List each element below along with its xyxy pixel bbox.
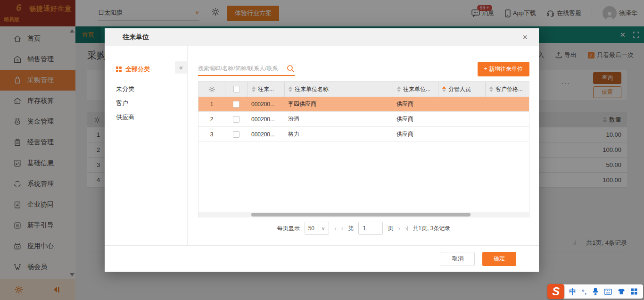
microphone-icon[interactable] xyxy=(593,288,598,295)
partner-owner xyxy=(438,112,485,126)
page-suffix-label: 页 xyxy=(388,225,393,233)
scrollbar-thumb[interactable] xyxy=(251,213,471,217)
row-index: 2 xyxy=(198,112,225,126)
column-header-code[interactable]: 往来... xyxy=(248,82,284,97)
page-size-value: 50 xyxy=(308,225,314,232)
partner-price xyxy=(485,97,529,111)
modal-header: 往来单位 × xyxy=(105,28,539,46)
prev-page-icon[interactable]: ‹ xyxy=(341,225,344,232)
sort-icon-ascending[interactable] xyxy=(442,86,446,92)
page-number-input[interactable] xyxy=(358,222,383,235)
partner-price xyxy=(485,127,529,142)
app-window: 6 畅捷通好生意 精易版 日太阳膜 ∨ 体验行业方案 消息 99 + xyxy=(0,0,644,300)
category-item-customer[interactable]: 客户 xyxy=(116,96,187,110)
partner-type: 供应商 xyxy=(393,97,438,111)
partner-name: 汾酒 xyxy=(284,112,393,126)
skin-shirt-icon[interactable] xyxy=(618,288,625,295)
all-categories-label: 全部分类 xyxy=(125,65,150,74)
partner-name: 格力 xyxy=(284,127,393,142)
partner-row[interactable]: 2 000200... 汾酒 供应商 xyxy=(198,112,529,127)
category-item-uncategorized[interactable]: 未分类 xyxy=(116,82,187,96)
partner-type: 供应商 xyxy=(393,112,438,126)
search-box xyxy=(198,62,295,76)
ime-toolbar-pill: 中 °, xyxy=(561,284,643,299)
partner-code: 000200... xyxy=(248,112,284,126)
select-all-checkbox[interactable] xyxy=(233,86,240,92)
row-index: 1 xyxy=(198,97,225,111)
column-header-price[interactable]: 客户价格... xyxy=(485,82,529,97)
modal-body: 全部分类 « 未分类 客户 供应商 + 新增往来单 xyxy=(105,46,539,245)
partner-row[interactable]: 3 000200... 格力 供应商 xyxy=(198,127,529,142)
category-panel: 全部分类 « 未分类 客户 供应商 xyxy=(105,46,188,245)
per-page-label: 每页显示 xyxy=(277,225,300,233)
partner-owner xyxy=(438,127,485,142)
modal-main: + 新增往来单位 往来... xyxy=(188,46,539,245)
sort-icon[interactable] xyxy=(397,86,401,92)
add-partner-button[interactable]: + 新增往来单位 xyxy=(478,62,529,76)
table-empty-space xyxy=(198,142,529,212)
ime-punctuation-button[interactable]: °, xyxy=(582,288,587,295)
partner-name: 李四供应商 xyxy=(284,97,393,111)
ime-toolbar: S 中 °, xyxy=(547,284,643,299)
modal-title: 往来单位 xyxy=(123,33,149,42)
search-row: + 新增往来单位 xyxy=(198,61,529,76)
chevron-down-icon: ∨ xyxy=(322,225,325,232)
category-item-supplier[interactable]: 供应商 xyxy=(116,110,187,125)
column-label: 往来单位名称 xyxy=(295,85,329,93)
grid-icon xyxy=(116,67,122,72)
sort-icon[interactable] xyxy=(289,86,292,92)
last-page-icon[interactable]: › xyxy=(405,225,408,232)
keyboard-icon[interactable] xyxy=(604,289,612,295)
row-index: 3 xyxy=(198,127,225,142)
record-count: 共1页, 3条记录 xyxy=(413,225,450,233)
column-label: 分管人员 xyxy=(448,85,471,93)
column-settings-gear-icon[interactable] xyxy=(198,82,225,97)
page-size-select[interactable]: 50 ∨ xyxy=(305,222,329,235)
select-all-cell xyxy=(225,82,248,97)
partner-modal: 往来单位 × 全部分类 « 未分类 客户 供应商 xyxy=(105,28,539,272)
page-prefix-label: 第 xyxy=(348,225,354,233)
partner-type: 供应商 xyxy=(393,127,438,142)
collapse-panel-button[interactable]: « xyxy=(175,61,187,74)
column-label: 客户价格... xyxy=(495,85,523,93)
partner-price xyxy=(485,112,529,126)
sort-icon[interactable] xyxy=(252,86,256,92)
search-icon[interactable] xyxy=(287,65,295,73)
category-list: 未分类 客户 供应商 xyxy=(116,82,187,125)
toolbox-grid-icon[interactable] xyxy=(631,288,637,295)
column-header-name[interactable]: 往来单位名称 xyxy=(284,82,393,97)
search-input[interactable] xyxy=(198,65,287,72)
first-page-icon[interactable]: ‹ xyxy=(334,225,337,232)
modal-pagination: 每页显示 50 ∨ ‹ ‹ 第 页 › › 共1页, 3条记录 xyxy=(198,217,529,239)
ime-mode-button[interactable]: 中 xyxy=(569,287,576,296)
partner-owner xyxy=(438,97,485,111)
confirm-button[interactable]: 确定 xyxy=(482,252,516,266)
column-header-type[interactable]: 往来单位... xyxy=(393,82,438,97)
partner-code: 000200... xyxy=(248,97,284,111)
close-icon[interactable]: × xyxy=(522,33,528,42)
column-header-owner[interactable]: 分管人员 xyxy=(438,82,485,97)
sogou-logo-icon[interactable]: S xyxy=(547,284,564,299)
modal-footer: 取消 确定 xyxy=(105,245,539,272)
partner-table: 往来... 往来单位名称 往来单位... 分管人员 xyxy=(198,81,529,217)
horizontal-scrollbar[interactable] xyxy=(198,212,529,217)
next-page-icon[interactable]: › xyxy=(398,225,400,232)
row-checkbox[interactable] xyxy=(233,101,239,108)
cancel-button[interactable]: 取消 xyxy=(441,252,475,266)
column-label: 往来单位... xyxy=(403,85,430,93)
partner-row-selected[interactable]: 1 000200... 李四供应商 供应商 xyxy=(198,97,529,112)
sort-icon[interactable] xyxy=(489,86,493,92)
partner-table-header: 往来... 往来单位名称 往来单位... 分管人员 xyxy=(198,82,529,97)
row-checkbox[interactable] xyxy=(233,116,239,123)
column-label: 往来... xyxy=(258,85,274,93)
row-checkbox[interactable] xyxy=(233,131,239,138)
partner-code: 000200... xyxy=(248,127,284,142)
